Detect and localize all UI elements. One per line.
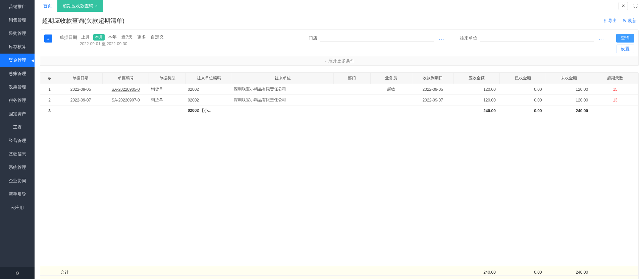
date-tab-custom[interactable]: 自定义 (149, 34, 165, 41)
sidebar-item-guide[interactable]: 新手引导 (0, 188, 35, 201)
cell-sales: 赵敏 (370, 84, 412, 95)
table-row[interactable]: 2 2022-09-07 SA-20220907-0 销货单 02002 深圳联… (40, 95, 638, 106)
cell-sales (370, 95, 412, 106)
date-tab-this-year[interactable]: 本年 (107, 34, 118, 41)
filter-party-label: 往来单位 (460, 34, 477, 41)
col-doc-date[interactable]: 单据日期 (59, 73, 103, 84)
cell-date: 2022-09-05 (59, 84, 103, 95)
sidebar-item-inventory[interactable]: 库存核算 (0, 40, 35, 54)
app-root: 营销推广 销售管理 采购管理 库存核算 资金管理 总账管理 发票管理 税务管理 … (0, 0, 644, 279)
filter-buttons: 查询 设置 (616, 34, 634, 53)
doc-link[interactable]: SA-20220907-0 (112, 98, 140, 102)
cell-paid: 0.00 (500, 95, 546, 106)
export-icon: ⇪ (603, 18, 607, 23)
date-tab-this-month[interactable]: 本月 (93, 34, 105, 41)
cell-due: 2022-09-07 (412, 95, 453, 106)
sidebar-item-marketing[interactable]: 营销推广 (0, 0, 35, 13)
sidebar-item-purchase[interactable]: 采购管理 (0, 27, 35, 40)
close-icon[interactable]: × (95, 4, 98, 8)
sidebar-item-ledger[interactable]: 总账管理 (0, 67, 35, 80)
sidebar-item-operations[interactable]: 经营管理 (0, 134, 35, 147)
filter-date-label: 单据日期 (60, 34, 77, 41)
sidebar: 营销推广 销售管理 采购管理 库存核算 资金管理 总账管理 发票管理 税务管理 … (0, 0, 35, 279)
export-button[interactable]: ⇪ 导出 (603, 18, 617, 24)
settings-button[interactable]: 设置 (616, 45, 634, 53)
tab-overdue-receivable[interactable]: 超期应收款查询 × (57, 0, 103, 12)
sidebar-item-cloud[interactable]: 云应用 (0, 201, 35, 214)
filter-party-group: 往来单位 ... (460, 34, 606, 42)
cell-code: 02002 【小... (186, 106, 232, 116)
sidebar-item-basic-info[interactable]: 基础信息 (0, 147, 35, 161)
col-unpaid[interactable]: 未收金额 (546, 73, 592, 84)
cell-dept (333, 95, 370, 106)
tab-home[interactable]: 首页 (38, 0, 57, 12)
page-title: 超期应收款查询(欠款超期清单) (42, 17, 124, 25)
x-icon: ✕ (622, 3, 625, 8)
date-tab-last7[interactable]: 近7天 (120, 34, 134, 41)
table-body[interactable]: 1 2022-09-05 SA-20220905-0 销货单 02002 深圳联… (40, 84, 638, 266)
party-input[interactable] (480, 34, 594, 42)
sidebar-item-invoice[interactable]: 发票管理 (0, 80, 35, 94)
filter-store-label: 门店 (309, 34, 317, 41)
sidebar-item-sales[interactable]: 销售管理 (0, 13, 35, 27)
overdue-table-header: ⚙ 单据日期 单据编号 单据类型 往来单位编码 往来单位 部门 业务员 收款到期… (40, 73, 638, 84)
refresh-button[interactable]: ↻ 刷新 (623, 18, 637, 24)
cell-party: 深圳联宝小精品有限责任公司 (232, 95, 333, 106)
collapse-filter-button[interactable]: » (44, 34, 52, 43)
cell-date: 2022-09-07 (59, 95, 103, 106)
table-area: ⚙ 单据日期 单据编号 单据类型 往来单位编码 往来单位 部门 业务员 收款到期… (40, 72, 639, 279)
col-overdue-days[interactable]: 超期天数 (592, 73, 638, 84)
cell-paid: 0.00 (500, 106, 546, 116)
col-sales[interactable]: 业务员 (370, 73, 412, 84)
footer-paid: 0.00 (500, 270, 546, 276)
col-doc-no[interactable]: 单据编号 (103, 73, 149, 84)
cell-idx: 1 (40, 84, 59, 95)
store-picker-button[interactable]: ... (437, 35, 446, 41)
tab-right-controls: ✕ ⛶ (619, 2, 644, 10)
sidebar-item-collaboration[interactable]: 企业协同 (0, 174, 35, 188)
cell-overdue-days: 13 (592, 95, 638, 106)
doc-link[interactable]: SA-20220905-0 (112, 87, 140, 92)
col-doc-type[interactable]: 单据类型 (149, 73, 186, 84)
col-due-date[interactable]: 收款到期日 (412, 73, 453, 84)
close-panel-button[interactable]: ✕ (619, 2, 628, 10)
cell-party: 深圳联宝小精品有限责任公司 (232, 84, 333, 95)
col-paid[interactable]: 已收金额 (500, 73, 546, 84)
cell-docno[interactable]: SA-20220907-0 (103, 95, 149, 106)
col-dept[interactable]: 部门 (333, 73, 370, 84)
fullscreen-button[interactable]: ⛶ (631, 2, 640, 10)
main: 首页 超期应收款查询 × ✕ ⛶ 超期应收款查询(欠款超期清单) ⇪ 导出 ↻ … (35, 0, 644, 279)
content-wrap: » 单据日期 上月 本月 本年 近7天 更多 自定义 (35, 29, 644, 279)
col-party-code[interactable]: 往来单位编码 (186, 73, 232, 84)
sidebar-item-system[interactable]: 系统管理 (0, 161, 35, 174)
date-tab-more[interactable]: 更多 (136, 34, 147, 41)
store-input[interactable] (320, 34, 434, 42)
sidebar-item-tax[interactable]: 税务管理 (0, 94, 35, 107)
chevron-right-icon: » (47, 36, 50, 41)
party-picker-button[interactable]: ... (597, 35, 606, 41)
sidebar-item-fixed-assets[interactable]: 固定资产 (0, 107, 35, 121)
col-amount[interactable]: 应收金额 (453, 73, 500, 84)
footer-unpaid: 240.00 (546, 270, 592, 276)
cell-dept (333, 84, 370, 95)
query-button[interactable]: 查询 (616, 34, 634, 43)
sidebar-item-salary[interactable]: 工资 (0, 121, 35, 134)
table-row[interactable]: 1 2022-09-05 SA-20220905-0 销货单 02002 深圳联… (40, 84, 638, 95)
cell-docno[interactable]: SA-20220905-0 (103, 84, 149, 95)
cell-unpaid: 240.00 (546, 106, 592, 116)
cell-due: 2022-09-05 (412, 84, 453, 95)
expand-more-filters[interactable]: ⌄ 展开更多条件 (40, 56, 638, 65)
sidebar-item-funds[interactable]: 资金管理 (0, 54, 35, 67)
filter-area: » 单据日期 上月 本月 本年 近7天 更多 自定义 (40, 29, 639, 66)
gear-icon: ⚙ (48, 76, 51, 81)
date-range-display: 2022-09-01 至 2022-09-30 (80, 41, 165, 47)
col-gear[interactable]: ⚙ (40, 73, 59, 84)
refresh-icon: ↻ (623, 18, 627, 23)
gear-icon: ⚙ (15, 271, 19, 276)
cell-paid: 0.00 (500, 84, 546, 95)
sidebar-settings[interactable]: ⚙ (0, 267, 35, 279)
cell-unpaid: 120.00 (546, 84, 592, 95)
date-tab-last-month[interactable]: 上月 (80, 34, 91, 41)
col-party[interactable]: 往来单位 (232, 73, 333, 84)
filter-date-group: 单据日期 上月 本月 本年 近7天 更多 自定义 2022-09-01 至 20… (60, 34, 165, 47)
